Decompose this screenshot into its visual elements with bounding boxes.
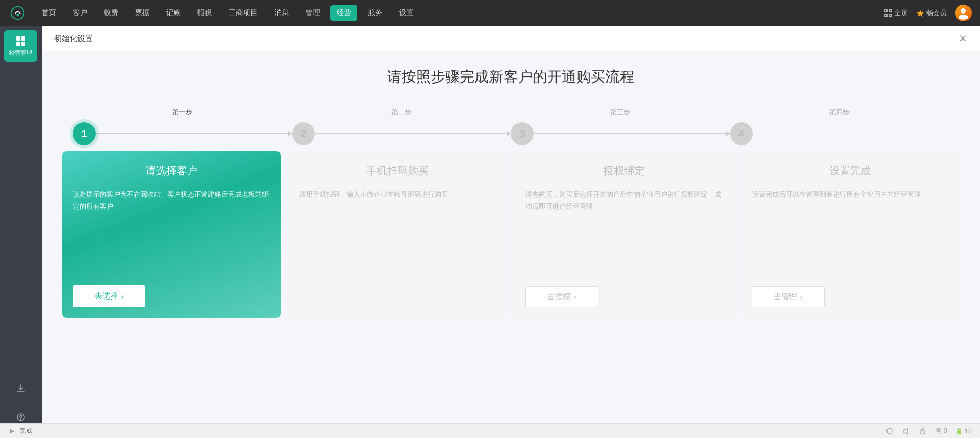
nav-settings[interactable]: 设置 [393,5,420,21]
sidebar: 经营管理 [0,26,42,438]
step-3-line [534,133,726,134]
card-4-btn-label: 去管理 [774,292,797,302]
steps-row: 第一步 1 第二步 2 第三步 3 [62,108,959,145]
card-step-4: 设置完成 设置完成后可以在管理列表进行所有企业用户的经营管理 去管理 › [741,151,960,318]
step-4-header: 第四步 4 [730,108,949,145]
card-1-title: 请选择客户 [73,164,270,178]
lock-icon [919,427,927,435]
step-4-label: 第四步 [829,108,850,117]
step-3-header: 第三步 3 [511,108,730,145]
card-3-btn-label: 去授权 [547,292,571,302]
step-2-arrow [507,131,511,137]
card-4-btn[interactable]: 去管理 › [752,286,825,307]
cards-container: 请选择客户 该处展示的客户为不在回收站、客户状态正常建账后完成老板端绑定的所有客… [62,151,959,318]
nav-bookkeeping[interactable]: 记账 [160,5,187,21]
card-2-title: 手机扫码购买 [299,164,497,178]
member-btn[interactable]: 畅会员 [916,8,947,18]
step-2-circle: 2 [292,122,315,145]
status-label: 完成 [20,427,32,435]
card-4-title: 设置完成 [752,164,949,178]
nav-invoice[interactable]: 票据 [129,5,156,21]
svg-rect-2 [884,9,887,12]
step-2-line [315,133,507,134]
step-1-circle: 1 [73,122,96,145]
svg-rect-10 [21,36,25,41]
step-2-header: 第二步 2 [292,108,511,145]
nav-tax[interactable]: 报税 [191,5,218,21]
step-1-line [96,133,288,134]
nav-items: 首页 客户 收费 票据 记账 报税 工商项目 消息 管理 经营 服务 设置 [35,5,884,21]
sidebar-download[interactable] [8,376,33,401]
svg-rect-12 [21,42,25,46]
card-4-desc: 设置完成后可以在管理列表进行所有企业用户的经营管理 [752,188,949,250]
step-3-circle: 3 [511,122,534,145]
nav-fee[interactable]: 收费 [98,5,125,21]
step-4-circle: 4 [730,122,753,145]
svg-rect-3 [889,9,892,12]
status-right: 网 0 🔋 10 [885,427,972,435]
card-3-btn-arrow: › [574,292,576,301]
svg-marker-6 [917,10,924,17]
volume-icon [902,427,910,435]
nav-operations[interactable]: 经营 [330,5,357,21]
svg-rect-15 [921,431,925,434]
member-label: 畅会员 [926,8,947,18]
svg-point-8 [959,15,968,20]
main-content: 初始化设置 ✕ 请按照步骤完成新客户的开通购买流程 第一步 1 第二步 2 [42,26,980,438]
card-3-desc: 请先购买，购买后选择开通的产品中的企业用户进行授权绑定，成功后即可进行经营管理 [525,188,723,250]
sidebar-bottom [8,376,33,430]
card-4-btn-arrow: › [800,292,803,301]
sidebar-item-operations-label: 经营管理 [9,49,32,57]
card-step-1: 请选择客户 该处展示的客户为不在回收站、客户状态正常建账后完成老板端绑定的所有客… [62,151,281,318]
step-3-arrow [726,131,730,137]
card-1-desc: 该处展示的客户为不在回收站、客户状态正常建账后完成老板端绑定的所有客户 [73,188,270,249]
svg-point-0 [11,7,24,20]
nav-service[interactable]: 服务 [362,5,389,21]
status-left: 完成 [8,427,32,435]
step-1-label: 第一步 [172,108,192,117]
close-button[interactable]: ✕ [959,33,968,44]
shield-icon [885,427,894,435]
svg-rect-9 [16,36,20,41]
card-3-title: 授权绑定 [525,164,723,178]
nav-home[interactable]: 首页 [35,5,62,21]
nav-customer[interactable]: 客户 [67,5,94,21]
nav-manage[interactable]: 管理 [299,5,326,21]
card-step-3: 授权绑定 请先购买，购买后选择开通的产品中的企业用户进行授权绑定，成功后即可进行… [515,151,733,318]
svg-point-1 [16,14,19,16]
step-2-label: 第二步 [391,108,412,117]
card-1-btn-arrow: › [121,292,124,301]
content-body: 请按照步骤完成新客户的开通购买流程 第一步 1 第二步 2 [42,51,980,333]
page-main-title: 请按照步骤完成新客户的开通购买流程 [62,67,959,87]
page-header: 初始化设置 ✕ [42,26,980,51]
wifi-status: 网 0 [935,427,947,435]
battery-status: 🔋 10 [955,428,972,435]
status-bar: 完成 网 0 🔋 10 [0,423,980,438]
svg-rect-4 [884,14,887,17]
play-icon [8,428,16,435]
card-3-btn[interactable]: 去授权 › [525,286,598,307]
card-1-btn[interactable]: 去选择 › [73,285,145,307]
step-1-arrow [288,131,292,137]
nav-message[interactable]: 消息 [268,5,295,21]
svg-rect-5 [889,14,892,17]
svg-rect-11 [16,42,20,46]
nav-right: 全屏 畅会员 [884,5,972,21]
svg-point-7 [961,8,966,14]
card-step-2: 手机扫码购买 请用手机扫码，输入小微企业主账号密码进行购买 [289,151,507,318]
svg-marker-14 [10,429,14,434]
card-1-btn-label: 去选择 [95,291,118,301]
sidebar-item-operations[interactable]: 经营管理 [4,30,37,62]
page-header-title: 初始化设置 [54,34,93,44]
fullscreen-label: 全屏 [894,8,908,18]
user-avatar[interactable] [955,5,972,21]
card-2-desc: 请用手机扫码，输入小微企业主账号密码进行购买 [299,188,497,307]
nav-business[interactable]: 工商项目 [222,5,264,21]
top-nav: 首页 客户 收费 票据 记账 报税 工商项目 消息 管理 经营 服务 设置 全屏… [0,0,980,26]
nav-logo [8,4,27,22]
step-1-header: 第一步 1 [73,108,292,145]
fullscreen-btn[interactable]: 全屏 [884,8,908,18]
step-3-label: 第三步 [610,108,630,117]
